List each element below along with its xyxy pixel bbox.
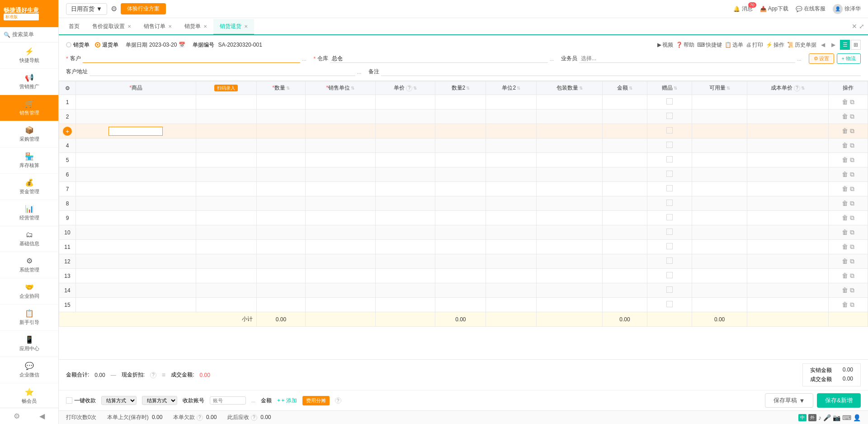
customer-more-btn[interactable]: ... [302,56,306,62]
delete-row-icon[interactable]: 🗑 [842,272,848,280]
copy-row-icon[interactable]: ⧉ [850,257,854,265]
warehouse-more-btn[interactable]: ... [550,56,554,62]
sound-icon[interactable]: ♪ [818,414,821,421]
date-value[interactable]: 2023-03-20 [149,42,177,48]
user-info[interactable]: 👤 徐泽华 [833,4,861,14]
save-draft-btn[interactable]: 保存草稿 ▼ [765,393,813,408]
cost-unit-cell[interactable] [747,95,828,110]
tab-sales-order-close[interactable]: ✕ [168,24,172,29]
sidebar-item-marketing[interactable]: 📢 营销推广 [0,69,58,95]
delete-row-icon[interactable]: 🗑 [842,113,848,120]
user-setting-icon[interactable]: 👤 [853,414,861,421]
product-input[interactable] [108,127,163,136]
delete-row-icon[interactable]: 🗑 [842,229,848,236]
unit-price-cell[interactable] [375,95,435,110]
per-debit-help-icon[interactable]: ? [197,414,203,421]
sidebar-settings-btn[interactable]: ⚙ [14,412,20,420]
grid-view-btn[interactable]: ⊞ [851,40,861,50]
unit-price-cell[interactable] [375,110,435,124]
copy-row-icon[interactable]: ⧉ [850,286,854,294]
gift-checkbox[interactable] [666,229,673,235]
list-view-btn[interactable]: ☰ [840,40,850,50]
shortcut-action[interactable]: ⌨ 快捷键 [697,41,722,49]
available-cell[interactable] [692,110,747,124]
delete-row-icon[interactable]: 🗑 [842,200,848,207]
input-method-zh-icon[interactable]: 中 [798,414,807,421]
available-cell[interactable] [692,95,747,110]
tab-sales-goods-close[interactable]: ✕ [203,24,207,29]
gift-checkbox[interactable] [666,301,673,307]
add-logistics-btn[interactable]: + 物流 [837,53,861,64]
copy-row-icon[interactable]: ⧉ [850,243,854,251]
amount-cell[interactable] [602,95,647,110]
sidebar-item-operation[interactable]: 📊 经营管理 [0,200,58,226]
sidebar-item-newbie[interactable]: 📋 新手引导 [0,305,58,331]
gift-checkbox[interactable] [666,98,673,105]
gift-checkbox[interactable] [666,171,673,177]
copy-row-icon[interactable]: ⧉ [850,301,854,309]
sidebar-collapse-btn[interactable]: ◀ [39,412,45,420]
pkg-qty-cell[interactable] [537,110,603,124]
one-click-collect-checkbox[interactable] [66,397,72,404]
sidebar-item-sales[interactable]: 🛒 销售管理 [0,95,58,121]
sidebar-item-appstore[interactable]: 📱 应用中心 [0,331,58,357]
gift-checkbox[interactable] [666,185,673,191]
col-scan-header[interactable]: 扫码录入 [196,81,256,95]
delete-row-icon[interactable]: 🗑 [842,243,848,251]
gift-checkbox[interactable] [666,156,673,162]
gift-checkbox[interactable] [666,272,673,278]
radio-return-btn[interactable] [95,42,100,48]
mic-icon[interactable]: 🎤 [823,414,831,421]
salesperson-more-btn[interactable]: ... [797,56,801,62]
qty2-cell[interactable] [435,124,486,138]
daily-goods-selector[interactable]: 日用百货 ▼ [66,3,107,15]
unit-price-cell[interactable] [375,124,435,138]
addr-more-btn[interactable]: ... [357,69,361,75]
fee-split-btn[interactable]: 费用分摊 [302,396,330,405]
scan-btn[interactable]: 扫码录入 [214,85,238,91]
unit2-cell[interactable] [486,124,537,138]
tab-expand-btn[interactable]: ⤢ [859,23,864,30]
cost-unit-cell[interactable] [747,110,828,124]
calc-method-select[interactable]: 结算方式 [142,396,177,405]
product-cell[interactable] [76,95,196,110]
radio-return-label[interactable]: 退货单 [95,41,118,49]
account-input[interactable] [210,396,246,405]
customer-input[interactable] [83,54,301,63]
gift-cell[interactable] [647,95,692,110]
print-action[interactable]: 🖨 打印 [746,41,763,49]
video-action[interactable]: ▶ 视频 [657,41,673,49]
tab-sales-goods[interactable]: 销货单 ✕ [178,19,213,35]
sidebar-search[interactable]: 🔍 搜索菜单 [0,27,58,43]
copy-row-icon[interactable]: ⧉ [850,214,854,222]
gift-cell[interactable] [647,110,692,124]
sidebar-item-finance[interactable]: 💰 资金管理 [0,174,58,200]
sidebar-item-basic[interactable]: 🗂 基础信息 [0,226,58,252]
unit2-cell[interactable] [486,110,537,124]
qty-cell[interactable] [256,95,305,110]
copy-row-icon[interactable]: ⧉ [850,185,854,193]
settlement-method-select[interactable]: 结算方式 [101,396,137,405]
copy-row-icon[interactable]: ⧉ [850,171,854,178]
gift-checkbox[interactable] [666,286,673,293]
online-service[interactable]: 💬 在线客服 [796,5,826,13]
receivable-help-icon[interactable]: ? [251,414,257,421]
tab-price-setting[interactable]: 售价提取设置 ✕ [86,19,137,35]
sidebar-item-enterprise[interactable]: 🤝 企业协同 [0,278,58,305]
operate-action[interactable]: ⚡ 操作 [766,41,784,49]
copy-row-icon[interactable]: ⧉ [850,127,854,135]
notification-badge[interactable]: 🔔 70 消息 [733,5,753,13]
account-more-btn[interactable]: ... [251,398,255,403]
input-method-en-icon[interactable]: 外 [808,414,816,421]
keyboard-icon[interactable]: ⌨ [842,414,851,421]
cost-unit-info-icon[interactable]: ? [794,85,800,91]
qty2-cell[interactable] [435,110,486,124]
salesperson-input[interactable] [579,54,795,63]
unit-price-info-icon[interactable]: ? [406,85,412,91]
gift-checkbox[interactable] [666,113,673,119]
radio-shipping-btn[interactable] [66,42,71,48]
save-new-btn[interactable]: 保存&新增 [817,393,861,408]
pkg-qty-cell[interactable] [537,95,603,110]
sidebar-item-inventory[interactable]: 🏪 库存核算 [0,148,58,174]
copy-row-icon[interactable]: ⧉ [850,113,854,120]
